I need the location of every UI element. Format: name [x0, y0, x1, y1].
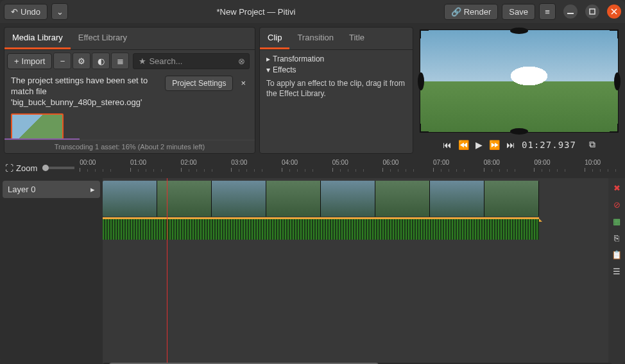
layer-label: Layer 0 — [8, 185, 87, 194]
effects-hint: To apply an effect to the clip, drag it … — [266, 78, 406, 100]
window-title: *New Project — Pitivi — [72, 7, 440, 17]
crop-corner-tr[interactable] — [610, 29, 619, 38]
crop-corner-bl[interactable] — [420, 124, 429, 133]
delete-button[interactable]: ✖ — [610, 181, 624, 195]
timeline-side-toolbar: ✖ ⊘ ▦ ⎘ 📋 ☰ — [608, 178, 625, 364]
tab-media-library[interactable]: Media Library — [4, 28, 71, 49]
remove-button[interactable]: − — [53, 53, 71, 69]
detach-preview-button[interactable]: ⧉ — [589, 139, 595, 150]
gear-icon: ⚙ — [78, 56, 85, 66]
preview-panel: ⏮ ⏪ ▶ ⏩ ⏭ 01:27.937 ⧉ — [417, 27, 621, 154]
crop-handle-bottom[interactable] — [510, 128, 528, 135]
tab-transition[interactable]: Transition — [289, 28, 341, 49]
transformation-expander[interactable]: ▸ Transformation — [266, 54, 406, 65]
zoom-slider-knob[interactable] — [42, 165, 49, 171]
tag-icon: ◐ — [98, 56, 105, 66]
search-placeholder: Search... — [149, 56, 182, 66]
tags-button[interactable]: ◐ — [92, 53, 110, 69]
import-button[interactable]: + Import — [7, 53, 52, 69]
group-button[interactable]: ▦ — [610, 214, 624, 228]
clip-properties-button[interactable]: ⚙ — [73, 53, 90, 69]
project-settings-button[interactable]: Project Settings — [165, 76, 233, 91]
timeline-ruler[interactable]: 00:0001:0002:0003:0004:0005:0006:0007:00… — [80, 159, 620, 177]
copy-button[interactable]: ⎘ — [610, 231, 624, 245]
search-input[interactable]: ★Search... ⊗ — [133, 53, 250, 69]
hamburger-icon: ≡ — [545, 7, 550, 17]
timecode-display: 01:27.937 — [522, 140, 576, 150]
chevron-down-icon: ⌄ — [56, 7, 64, 17]
zoom-fit-icon[interactable]: ⛶ — [5, 163, 13, 173]
svg-rect-0 — [567, 13, 574, 14]
align-button[interactable]: ☰ — [610, 264, 624, 278]
hamburger-menu-button[interactable]: ≡ — [539, 3, 556, 20]
layer-row[interactable]: Layer 0 ▸ — [3, 181, 100, 198]
svg-rect-1 — [590, 9, 595, 14]
tab-title[interactable]: Title — [341, 28, 372, 49]
window-maximize-button[interactable] — [585, 4, 599, 19]
playback-controls: ⏮ ⏪ ▶ ⏩ ⏭ 01:27.937 ⧉ — [417, 135, 621, 154]
timeline-tracks[interactable] — [103, 178, 608, 364]
maximize-icon — [589, 8, 595, 15]
undo-icon: ↶ — [11, 7, 18, 17]
window-close-button[interactable] — [607, 4, 621, 19]
undo-label: Undo — [21, 7, 40, 17]
minus-icon: − — [60, 56, 65, 66]
skip-start-button[interactable]: ⏮ — [443, 140, 452, 150]
minimize-icon — [567, 8, 574, 15]
media-thumbnail[interactable] — [11, 113, 64, 138]
layer-menu-button[interactable]: ▸ — [90, 185, 95, 194]
crop-corner-br[interactable] — [610, 124, 619, 133]
dismiss-info-button[interactable]: × — [238, 76, 248, 90]
library-tabs: Media Library Effect Library — [4, 28, 255, 50]
video-preview[interactable] — [420, 29, 619, 133]
video-clip[interactable] — [103, 181, 539, 217]
transformation-label: Transformation — [273, 54, 324, 65]
render-button[interactable]: 🔗 Render — [444, 4, 499, 20]
library-toolbar: + Import − ⚙ ◐ ≣ ★Search... ⊗ — [4, 50, 255, 72]
effects-label: Effects — [273, 65, 296, 76]
zoom-label: Zoom — [16, 163, 37, 173]
playhead[interactable] — [167, 178, 167, 364]
tab-clip[interactable]: Clip — [260, 28, 289, 49]
crop-corner-tl[interactable] — [420, 29, 429, 38]
plus-icon: + — [14, 56, 19, 66]
play-button[interactable]: ▶ — [475, 140, 483, 150]
star-icon: ★ — [139, 56, 146, 66]
titlebar: ↶ Undo ⌄ *New Project — Pitivi 🔗 Render … — [0, 0, 625, 23]
undo-button[interactable]: ↶ Undo — [4, 4, 47, 20]
forward-button[interactable]: ⏩ — [489, 140, 500, 150]
crop-handle-top[interactable] — [510, 28, 528, 34]
save-button[interactable]: Save — [502, 4, 535, 20]
crop-handle-left[interactable] — [418, 72, 424, 90]
effects-expander[interactable]: ▾ Effects — [266, 65, 406, 76]
render-label: Render — [464, 7, 492, 17]
rewind-button[interactable]: ⏪ — [458, 140, 469, 150]
zoom-slider[interactable] — [42, 167, 74, 169]
crop-handle-right[interactable] — [614, 72, 621, 90]
close-icon — [611, 8, 617, 15]
skip-end-button[interactable]: ⏭ — [506, 140, 515, 150]
project-settings-info: The project settings have been set to ma… — [11, 76, 160, 108]
audio-clip[interactable] — [103, 219, 539, 240]
clear-search-icon[interactable]: ⊗ — [238, 56, 245, 66]
window-minimize-button[interactable] — [563, 4, 578, 19]
media-library-panel: Media Library Effect Library + Import − … — [4, 27, 255, 154]
expand-right-icon: ▸ — [266, 54, 270, 65]
ungroup-button[interactable]: ⊘ — [610, 197, 624, 211]
render-icon: 🔗 — [451, 7, 461, 17]
paste-button[interactable]: 📋 — [610, 247, 624, 261]
list-view-button[interactable]: ≣ — [111, 53, 129, 69]
list-icon: ≣ — [117, 56, 124, 66]
clip-properties-panel: Clip Transition Title ▸ Transformation ▾… — [259, 27, 413, 154]
import-label: Import — [22, 56, 46, 66]
clip-tabs: Clip Transition Title — [260, 28, 413, 50]
tab-effect-library[interactable]: Effect Library — [71, 28, 135, 49]
undo-dropdown-button[interactable]: ⌄ — [51, 3, 68, 20]
expand-down-icon: ▾ — [266, 65, 270, 76]
layers-column: Layer 0 ▸ — [0, 178, 103, 364]
transcode-status: Transcoding 1 asset: 16% (About 2 minute… — [4, 140, 255, 153]
